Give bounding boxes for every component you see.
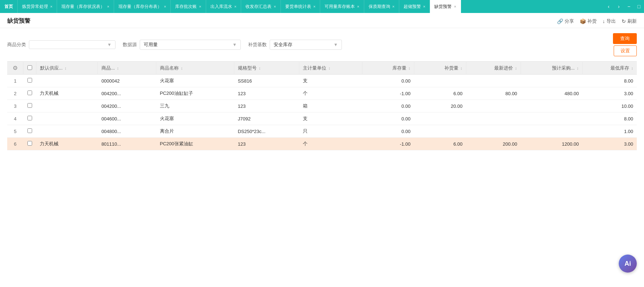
- row-check-0[interactable]: [23, 75, 36, 87]
- base-select[interactable]: 安全库存 ▼: [270, 40, 342, 50]
- row-product-code-0: 0000042: [98, 75, 156, 87]
- tab-batch[interactable]: 库存批次账×: [171, 0, 206, 13]
- replenish-action[interactable]: 📦 补货: [580, 18, 597, 25]
- row-min-stock-3: 8.00: [582, 112, 637, 125]
- tab-overstock[interactable]: 超储预警×: [399, 0, 430, 13]
- tab-nav-buttons: ‹ › − □: [604, 0, 644, 13]
- tab-close-expiry[interactable]: ×: [392, 4, 395, 9]
- tab-maximize-button[interactable]: □: [634, 0, 644, 13]
- tab-close-summary[interactable]: ×: [274, 4, 276, 9]
- row-checkbox-5[interactable]: [27, 141, 32, 146]
- export-label: 导出: [606, 18, 616, 25]
- table-row: 2 力天机械 004200... PC200油缸缸子 123 个 -1.00 6…: [7, 87, 637, 100]
- spec-sort-icon: ↕: [259, 66, 261, 70]
- tab-abnormal[interactable]: 炼货异常处理×: [18, 0, 57, 13]
- gear-icon[interactable]: ⚙: [13, 65, 18, 71]
- table-header-stock[interactable]: 库存量 ↕: [362, 62, 414, 75]
- tab-close-abnormal[interactable]: ×: [50, 4, 52, 9]
- row-product-name-1: PC200油缸缸子: [156, 87, 234, 100]
- tab-minimize-button[interactable]: −: [624, 0, 634, 13]
- tab-flow[interactable]: 出入库流水×: [206, 0, 241, 13]
- header-product-code-label: 商品...: [101, 65, 115, 71]
- tab-stock2[interactable]: 现存量（库存分布表）×: [114, 0, 171, 13]
- category-select[interactable]: ▼: [29, 40, 116, 49]
- table-header-product-name[interactable]: 商品名称 ↕: [156, 62, 234, 75]
- tab-label-batch: 库存批次账: [175, 4, 197, 10]
- select-all-checkbox[interactable]: [27, 65, 32, 70]
- tab-shortage[interactable]: 缺货预警×: [430, 0, 461, 13]
- row-checkbox-0[interactable]: [27, 78, 32, 83]
- tab-home[interactable]: 首页: [0, 0, 18, 13]
- settings-button[interactable]: 设置: [614, 45, 637, 56]
- header-min-stock-label: 最低库存: [610, 65, 629, 71]
- table-header-min-stock[interactable]: 最低库存 ↕: [582, 62, 637, 75]
- ai-assistant-button[interactable]: Ai: [619, 255, 637, 273]
- table-header-estimated[interactable]: 预计采购... ↕: [521, 62, 583, 75]
- table-header-check: [23, 62, 36, 75]
- row-unit-5: 个: [299, 138, 362, 150]
- tab-close-available[interactable]: ×: [357, 4, 359, 9]
- header-unit-label: 主计量单位: [303, 65, 326, 71]
- filter-bar: 商品分类 ▼ 数据源 可用量 ▼ 补货基数 安全库存 ▼ 查询 设置: [0, 28, 644, 61]
- tab-stock1[interactable]: 现存量（库存状况表）×: [57, 0, 114, 13]
- header-supplier-label: 默认供应...: [40, 65, 63, 71]
- row-replenish-3: [414, 112, 466, 125]
- tab-close-batch[interactable]: ×: [199, 4, 201, 9]
- row-check-5[interactable]: [23, 138, 36, 150]
- tab-close-overstock[interactable]: ×: [423, 4, 425, 9]
- header-estimated-label: 预计采购...: [552, 65, 575, 71]
- tab-summary[interactable]: 收发存汇总表×: [241, 0, 280, 13]
- row-check-3[interactable]: [23, 112, 36, 125]
- row-check-2[interactable]: [23, 100, 36, 112]
- tab-available[interactable]: 可用量库存账本×: [320, 0, 364, 13]
- table-header-spec[interactable]: 规格型号 ↕: [234, 62, 299, 75]
- tab-order[interactable]: 要货单统计表×: [281, 0, 320, 13]
- datasource-select[interactable]: 可用量 ▼: [140, 40, 241, 50]
- tab-label-abnormal: 炼货异常处理: [22, 4, 48, 10]
- tab-close-order[interactable]: ×: [313, 4, 316, 9]
- table-header-product-code[interactable]: 商品... ↕: [98, 62, 156, 75]
- row-stock-0: 0.00: [362, 75, 414, 87]
- datasource-select-value: 可用量: [144, 41, 232, 48]
- refresh-action[interactable]: ↻ 刷新: [622, 18, 637, 25]
- row-replenish-4: [414, 125, 466, 138]
- tab-label-order: 要货单统计表: [285, 4, 311, 10]
- export-action[interactable]: ↓ 导出: [602, 18, 616, 25]
- table-header-supplier[interactable]: 默认供应... ↕: [36, 62, 98, 75]
- table-header-price[interactable]: 最新进价 ↕: [466, 62, 521, 75]
- row-min-stock-2: 10.00: [582, 100, 637, 112]
- share-action[interactable]: 🔗 分享: [557, 18, 574, 25]
- tab-close-shortage[interactable]: ×: [454, 4, 456, 9]
- tab-close-stock2[interactable]: ×: [164, 4, 166, 9]
- tab-close-flow[interactable]: ×: [234, 4, 236, 9]
- table-header-replenish[interactable]: 补货量 ↕: [414, 62, 466, 75]
- estimated-sort-icon: ↕: [576, 66, 579, 70]
- row-product-code-3: 004600...: [98, 112, 156, 125]
- row-price-1: 80.00: [466, 87, 521, 100]
- refresh-icon: ↻: [622, 18, 626, 24]
- row-price-5: 200.00: [466, 138, 521, 150]
- row-checkbox-2[interactable]: [27, 103, 32, 108]
- row-checkbox-3[interactable]: [27, 116, 32, 120]
- tab-prev-button[interactable]: ‹: [604, 0, 614, 13]
- supplier-sort-icon: ↕: [65, 66, 67, 70]
- row-check-4[interactable]: [23, 125, 36, 138]
- row-estimated-0: [521, 75, 583, 87]
- row-checkbox-1[interactable]: [27, 90, 32, 95]
- row-stock-1: -1.00: [362, 87, 414, 100]
- replenish-sort-icon: ↕: [460, 66, 462, 70]
- table-header-unit[interactable]: 主计量单位 ↕: [299, 62, 362, 75]
- query-button[interactable]: 查询: [613, 33, 637, 44]
- row-num-1: 2: [7, 87, 23, 100]
- row-num-3: 4: [7, 112, 23, 125]
- row-min-stock-1: 3.00: [582, 87, 637, 100]
- row-check-1[interactable]: [23, 87, 36, 100]
- tab-close-stock1[interactable]: ×: [107, 4, 109, 9]
- tab-next-button[interactable]: ›: [614, 0, 624, 13]
- filter-group-datasource: 数据源 可用量 ▼: [123, 40, 241, 50]
- tab-expiry[interactable]: 保质期查询×: [364, 0, 399, 13]
- row-checkbox-4[interactable]: [27, 128, 32, 133]
- base-filter-label: 补货基数: [248, 41, 267, 48]
- row-min-stock-0: 8.00: [582, 75, 637, 87]
- row-unit-4: 只: [299, 125, 362, 138]
